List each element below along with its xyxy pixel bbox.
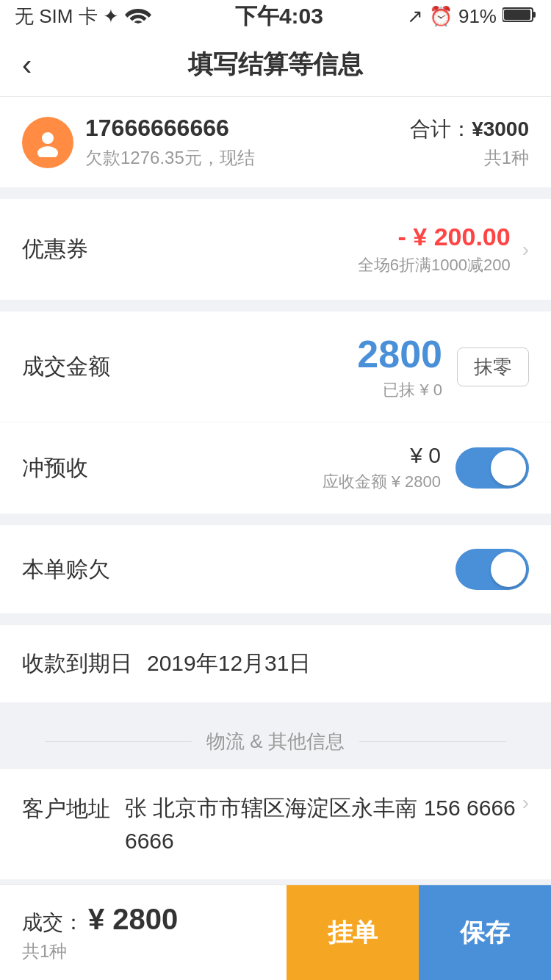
debit-toggle[interactable] [455,549,529,590]
save-button[interactable]: 保存 [419,885,551,980]
logistics-label: 物流 & 其他信息 [206,729,345,754]
bottom-summary: 成交： ¥ 2800 共1种 [0,903,287,963]
customer-card: 17666666666 欠款1276.35元，现结 合计：¥3000 共1种 [0,97,551,187]
sim-label: 无 SIM 卡 ✦ [15,4,119,29]
duedate-value: 2019年12月31日 [147,649,311,679]
status-right: ↗ ⏰ 91% [407,5,536,28]
total-text: 合计： [410,118,472,140]
customer-info: 17666666666 欠款1276.35元，现结 [85,115,255,170]
page-title: 填写结算等信息 [188,48,363,82]
amount-right: 2800 已抹 ¥ 0 [357,332,442,401]
coupon-section: 优惠券 - ¥ 200.00 全场6折满1000减200 › [0,199,551,300]
prepay-label: 冲预收 [22,453,88,483]
nav-bar: ‹ 填写结算等信息 [0,32,551,97]
divider-line-right [359,741,506,742]
wifi-icon [125,4,151,29]
round-zero-button[interactable]: 抹零 [457,347,529,386]
duedate-section: 收款到期日 2019年12月31日 [0,625,551,702]
battery-icon [503,5,536,28]
hang-order-button[interactable]: 挂单 [287,885,419,980]
divider-line-left [45,741,192,742]
amount-value-area: 2800 已抹 ¥ 0 抹零 [357,332,529,401]
amount-sub: 已抹 ¥ 0 [357,379,442,401]
deal-line: 成交： ¥ 2800 [22,903,264,937]
address-section[interactable]: 客户地址 张 北京市市辖区海淀区永丰南 156 6666 6666 › [0,769,551,879]
coupon-label: 优惠券 [22,234,88,264]
duedate-label: 收款到期日 [22,649,132,679]
debit-label: 本单赊欠 [22,555,110,585]
prepay-toggle[interactable] [455,447,529,489]
address-label: 客户地址 [22,791,110,824]
coupon-values: - ¥ 200.00 全场6折满1000减200 [358,223,511,276]
total-count: 共1种 [410,146,529,170]
location-icon: ↗ [407,5,423,28]
prepay-row: 冲预收 ¥ 0 应收金额 ¥ 2800 [0,422,551,514]
alarm-icon: ⏰ [429,5,453,28]
avatar [22,117,73,168]
content-area: 17666666666 欠款1276.35元，现结 合计：¥3000 共1种 优… [0,97,551,980]
prepay-right: ¥ 0 应收金额 ¥ 2800 [323,443,529,493]
address-value: 张 北京市市辖区海淀区永丰南 156 6666 6666 [125,791,522,857]
prepay-receivable: 应收金额 ¥ 2800 [323,471,441,493]
duedate-row: 收款到期日 2019年12月31日 [22,649,529,679]
deal-label: 成交： [22,909,84,937]
logistics-divider: 物流 & 其他信息 [0,714,551,769]
coupon-row[interactable]: 优惠券 - ¥ 200.00 全场6折满1000减200 › [0,199,551,300]
total-label: 合计：¥3000 [410,115,529,143]
svg-rect-1 [533,12,536,18]
amount-main: 2800 [357,332,442,376]
customer-totals: 合计：¥3000 共1种 [410,115,529,170]
svg-rect-2 [504,10,530,20]
customer-debt: 欠款1276.35元，现结 [85,146,255,170]
prepay-value-area: ¥ 0 应收金额 ¥ 2800 [323,443,441,493]
svg-point-3 [42,132,54,144]
battery-label: 91% [458,5,497,28]
svg-point-4 [37,146,58,157]
transaction-amount-row: 成交金额 2800 已抹 ¥ 0 抹零 [0,311,551,422]
bottom-bar: 成交： ¥ 2800 共1种 挂单 保存 [0,884,551,980]
address-chevron-icon: › [522,791,529,815]
coupon-right: - ¥ 200.00 全场6折满1000减200 › [358,223,529,276]
toggle-thumb [491,450,526,486]
customer-left: 17666666666 欠款1276.35元，现结 [22,115,255,170]
customer-phone: 17666666666 [85,115,255,142]
deal-amount: ¥ 2800 [88,903,178,936]
debit-section: 本单赊欠 [0,525,551,613]
amount-label: 成交金额 [22,352,110,382]
status-time: 下午4:03 [235,1,323,32]
amount-section: 成交金额 2800 已抹 ¥ 0 抹零 冲预收 ¥ 0 应收金额 ¥ 2800 [0,311,551,514]
prepay-amount: ¥ 0 [323,443,441,468]
status-left: 无 SIM 卡 ✦ [15,4,151,29]
status-bar: 无 SIM 卡 ✦ 下午4:03 ↗ ⏰ 91% [0,0,551,32]
deal-count: 共1种 [22,940,264,963]
back-button[interactable]: ‹ [22,50,32,79]
coupon-discount: - ¥ 200.00 [358,223,511,251]
coupon-chevron-icon: › [522,238,529,262]
debit-toggle-thumb [491,552,526,587]
total-value: ¥3000 [472,118,529,140]
coupon-desc: 全场6折满1000减200 [358,254,511,276]
